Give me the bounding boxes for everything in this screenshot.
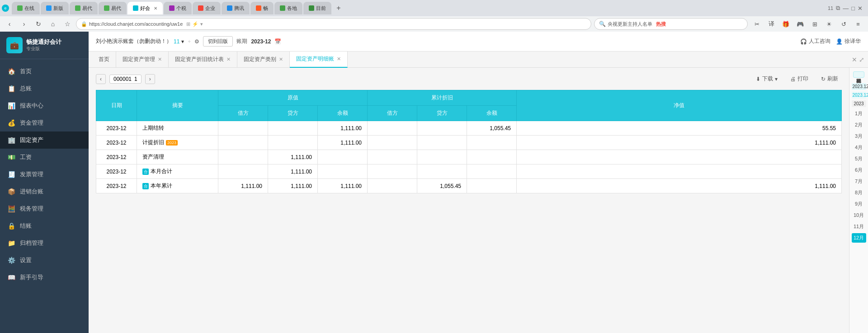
prev-account-button[interactable]: ‹ <box>96 74 106 84</box>
period-item-7[interactable]: 7月 <box>852 177 866 186</box>
content-area: ‹ 000001 1 › ⬇ 下载 ▾ 🖨 打 <box>89 68 868 333</box>
forward-button[interactable]: › <box>18 18 30 30</box>
translate-icon[interactable]: 译 <box>765 18 778 30</box>
headset-icon: 🎧 <box>800 38 807 45</box>
sidebar-item-settings[interactable]: ⚙️ 设置 <box>0 252 89 269</box>
close-all-tabs-icon[interactable]: ✕ <box>852 56 857 63</box>
tab-geshui[interactable]: 个税 <box>164 2 192 14</box>
tab-qiye[interactable]: 企业 <box>193 2 221 14</box>
period-item-6[interactable]: 6月 <box>852 165 866 175</box>
grid-icon[interactable]: ⊞ <box>808 18 821 30</box>
browser-toolbar: ‹ › ↻ ⌂ ☆ 🔒 https://cloud.chanjet.com/ac… <box>0 16 868 32</box>
minimize-window-icon[interactable]: — <box>843 5 849 12</box>
sidebar-item-general-ledger[interactable]: 📋 总账 <box>0 80 89 97</box>
period-2023-12-selected[interactable]: 2023.12 <box>852 83 866 90</box>
tab-yidai1[interactable]: 易代 <box>70 2 98 14</box>
address-bar[interactable]: 🔒 https://cloud.chanjet.com/accounting/u… <box>76 18 591 30</box>
account-selector[interactable]: 刘小艳演示账套（勿删勿动！） 11 ▾ <box>96 38 184 45</box>
user-button[interactable]: 👤 徐译华 <box>836 38 861 45</box>
tab-yidai2[interactable]: 易代 <box>99 2 127 14</box>
tab-shumu[interactable]: 目前 <box>303 2 331 14</box>
tab-favicon-yidai2 <box>104 5 109 11</box>
game-icon[interactable]: 🎮 <box>794 18 807 30</box>
new-tab-button[interactable]: + <box>332 2 345 14</box>
sidebar-item-reports[interactable]: 📊 报表中心 <box>0 97 89 114</box>
period-item-1[interactable]: 1月 <box>852 109 866 118</box>
sidebar-item-invoices[interactable]: 🧾 发票管理 <box>0 166 89 183</box>
download-icon: ⬇ <box>756 76 760 82</box>
period-selector-label[interactable]: 期间选择 <box>853 71 864 78</box>
service-button[interactable]: 🎧 人工咨询 <box>800 38 830 45</box>
history-icon[interactable]: ↺ <box>837 18 850 30</box>
scissors-icon[interactable]: ✂ <box>750 18 763 30</box>
period-item-4[interactable]: 4月 <box>852 143 866 152</box>
page-tab-close-fixed-asset-cat[interactable]: ✕ <box>279 56 283 62</box>
period-item-3[interactable]: 3月 <box>852 131 866 141</box>
page-tab-close-fixed-asset-depr[interactable]: ✕ <box>226 56 231 62</box>
tab-favicon-yidai1 <box>75 5 80 11</box>
page-tab-fixed-asset-mgmt[interactable]: 固定资产管理 ✕ <box>116 52 169 68</box>
sidebar-item-archive[interactable]: 📁 归档管理 <box>0 235 89 252</box>
cell-summary: 合本年累计 <box>137 179 218 193</box>
search-bar[interactable]: 🔍 央视更新主持人名单 热搜 <box>594 18 748 30</box>
page-tab-fixed-asset-depr[interactable]: 固定资产折旧统计表 ✕ <box>169 52 237 68</box>
close-window-icon[interactable]: ✕ <box>858 5 863 12</box>
home-button[interactable]: ⌂ <box>47 18 59 30</box>
cell-date: 2023-12 <box>96 150 137 164</box>
sidebar-item-fixed-assets[interactable]: 🏢 固定资产 <box>0 131 89 149</box>
period-item-2[interactable]: 2月 <box>852 120 866 130</box>
page-tab-fixed-asset-cat[interactable]: 固定资产类别 ✕ <box>237 52 290 68</box>
tab-favicon-chang <box>256 5 261 11</box>
print-button[interactable]: 🖨 打印 <box>787 73 812 84</box>
sidebar-item-payroll[interactable]: 💵 工资 <box>0 149 89 166</box>
brightness-icon[interactable]: ☀ <box>823 18 835 30</box>
next-account-button[interactable]: › <box>145 74 155 84</box>
sidebar-item-guide[interactable]: 📖 新手引导 <box>0 269 89 286</box>
period-item-10[interactable]: 10月 <box>852 211 866 220</box>
sidebar-item-purchase-sale[interactable]: 📦 进销台账 <box>0 183 89 200</box>
refresh-ledger-button[interactable]: ↻ 刷新 <box>817 73 842 84</box>
sidebar-item-home[interactable]: 🏠 首页 <box>0 63 89 80</box>
cell-depr-balance <box>467 136 517 150</box>
sidebar-item-funds[interactable]: 💰 资金管理 <box>0 114 89 131</box>
th-depr-credit: 贷方 <box>417 106 467 121</box>
tab-chang[interactable]: 畅 <box>250 2 274 14</box>
sidebar-item-closing[interactable]: 🔒 结账 <box>0 217 89 235</box>
switch-version-button[interactable]: 切到旧版 <box>203 36 233 47</box>
period-item-12[interactable]: 12月 <box>852 233 866 243</box>
tab-gedi[interactable]: 各地 <box>274 2 302 14</box>
period-item-9[interactable]: 9月 <box>852 199 866 209</box>
period-item-8[interactable]: 8月 <box>852 188 866 197</box>
wallet-icon[interactable]: 🎁 <box>779 18 792 30</box>
menu-icon[interactable]: ≡ <box>852 18 864 30</box>
expand-tabs-icon[interactable]: ⤢ <box>859 56 864 63</box>
page-tab-fixed-asset-ledger[interactable]: 固定资产明细账 ✕ <box>290 52 348 68</box>
tab-zaixian[interactable]: 在线 <box>12 2 40 14</box>
sidebar-item-general-ledger-label: 总账 <box>20 84 32 93</box>
cell-date: 2023-12 <box>96 179 137 193</box>
restore-window-icon[interactable]: ⧉ <box>836 5 840 12</box>
cell-depr-credit <box>417 150 467 164</box>
tab-close-haohao[interactable]: ✕ <box>154 6 157 11</box>
period-2023-year[interactable]: 2023 <box>852 100 866 107</box>
tab-tengxun[interactable]: 腾讯 <box>222 2 250 14</box>
page-tab-close-fixed-asset-ledger[interactable]: ✕ <box>337 56 341 62</box>
page-tab-home[interactable]: 首页 <box>92 52 116 68</box>
refresh-button[interactable]: ↻ <box>33 18 44 30</box>
period-item-5[interactable]: 5月 <box>852 154 866 164</box>
settings-cog-icon[interactable]: ⚙ <box>194 38 199 45</box>
bookmark-button[interactable]: ☆ <box>61 18 73 30</box>
account-code-box: 000001 1 <box>109 75 142 84</box>
download-button[interactable]: ⬇ 下载 ▾ <box>752 73 781 84</box>
maximize-window-icon[interactable]: □ <box>851 5 855 12</box>
tab-haohao[interactable]: 好会 ✕ <box>127 2 163 14</box>
sidebar-item-tax[interactable]: 🧮 税务管理 <box>0 200 89 217</box>
tab-xin[interactable]: 新版 <box>41 2 69 14</box>
cell-summary: 资产清理 <box>137 150 218 164</box>
back-button[interactable]: ‹ <box>4 18 15 30</box>
page-tab-close-fixed-asset-mgmt[interactable]: ✕ <box>158 56 162 62</box>
calendar-icon[interactable]: 📅 <box>274 38 281 45</box>
period-2023-12-highlighted[interactable]: 2023.12 <box>852 92 866 98</box>
browser-chrome: e 在线 新版 易代 易代 好会 ✕ 个税 企业 <box>0 0 868 32</box>
period-item-11[interactable]: 11月 <box>852 222 866 231</box>
